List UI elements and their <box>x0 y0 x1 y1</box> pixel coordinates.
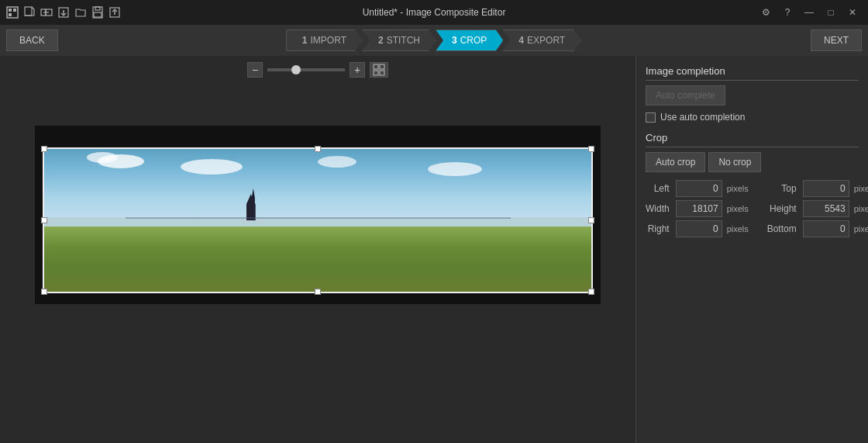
zoom-in-button[interactable]: + <box>350 62 365 78</box>
step-import-num: 1 <box>302 35 308 46</box>
no-crop-button[interactable]: No crop <box>708 152 761 172</box>
zoom-out-button[interactable]: − <box>247 62 263 78</box>
left-unit: pixels <box>725 184 764 193</box>
bottom-unit: pixels <box>852 224 868 234</box>
zoom-bar: − + <box>247 62 388 78</box>
svg-rect-4 <box>25 7 32 16</box>
bottom-label: Bottom <box>767 223 800 234</box>
left-label: Left <box>646 183 673 194</box>
mask-top <box>35 126 601 147</box>
svg-rect-16 <box>380 64 384 69</box>
stepbar: BACK 1 IMPORT 2 STITCH 3 CROP 4 EXPORT N… <box>0 25 868 56</box>
width-unit: pixels <box>725 204 764 213</box>
step-import-label: IMPORT <box>311 35 346 46</box>
step-stitch-label: STITCH <box>387 35 420 46</box>
svg-rect-18 <box>380 71 384 75</box>
use-auto-completion-checkbox[interactable] <box>646 112 656 123</box>
right-label: Right <box>646 223 673 234</box>
back-button[interactable]: BACK <box>6 29 58 51</box>
app-icon <box>6 6 19 19</box>
export-icon[interactable] <box>108 6 121 19</box>
width-input[interactable] <box>676 200 722 217</box>
right-unit: pixels <box>725 224 764 234</box>
crop-section: Crop Auto crop No crop Left pixels Top p… <box>646 132 859 237</box>
width-label: Width <box>646 203 673 214</box>
use-auto-completion-label: Use auto completion <box>660 112 745 123</box>
window-controls: ⚙ ? — □ ✕ <box>756 3 862 22</box>
mask-bottom <box>35 293 601 304</box>
settings-button[interactable]: ⚙ <box>756 3 775 22</box>
steps: 1 IMPORT 2 STITCH 3 CROP 4 EXPORT <box>287 29 581 51</box>
step-crop-num: 3 <box>452 35 457 46</box>
step-crop-label: CROP <box>460 35 487 46</box>
mask-right <box>593 147 601 293</box>
svg-rect-17 <box>374 71 378 75</box>
new-icon[interactable] <box>23 6 36 19</box>
save-icon[interactable] <box>91 6 104 19</box>
bottom-input[interactable] <box>803 220 849 237</box>
auto-complete-button[interactable]: Auto complete <box>646 85 725 106</box>
top-label: Top <box>767 183 800 194</box>
minimize-button[interactable]: — <box>800 3 818 22</box>
step-crop[interactable]: 3 CROP <box>436 29 503 51</box>
open-icon[interactable] <box>74 6 87 19</box>
auto-crop-button[interactable]: Auto crop <box>646 152 705 172</box>
help-button[interactable]: ? <box>778 3 797 22</box>
step-export-label: EXPORT <box>527 35 565 46</box>
titlebar-left <box>6 6 121 19</box>
window-title: Untitled* - Image Composite Editor <box>363 7 506 18</box>
height-unit: pixels <box>852 204 868 213</box>
crop-section-title: Crop <box>646 132 859 147</box>
crop-fields: Left pixels Top pixels Width pixels Heig… <box>646 180 859 237</box>
step-stitch[interactable]: 2 STITCH <box>362 29 436 51</box>
panorama-wrapper <box>35 126 601 304</box>
open-project-icon[interactable] <box>40 6 53 19</box>
step-import[interactable]: 1 IMPORT <box>286 29 363 51</box>
step-stitch-num: 2 <box>378 35 384 46</box>
right-panel: Image completion Auto complete Use auto … <box>636 56 868 443</box>
svg-rect-11 <box>95 7 100 10</box>
panorama-image <box>43 147 593 293</box>
height-label: Height <box>767 203 800 214</box>
svg-rect-2 <box>13 9 16 12</box>
use-auto-completion-row: Use auto completion <box>646 112 859 123</box>
maximize-button[interactable]: □ <box>822 3 840 22</box>
close-button[interactable]: ✕ <box>843 3 862 22</box>
image-completion-section: Image completion Auto complete Use auto … <box>646 65 859 123</box>
svg-rect-15 <box>374 64 378 69</box>
mask-left <box>35 147 43 293</box>
crop-buttons: Auto crop No crop <box>646 152 859 172</box>
svg-rect-12 <box>94 12 102 17</box>
next-button[interactable]: NEXT <box>811 29 862 51</box>
step-export[interactable]: 4 EXPORT <box>502 29 581 51</box>
canvas-area[interactable]: − + <box>0 56 636 443</box>
step-export-num: 4 <box>518 35 524 46</box>
right-input[interactable] <box>676 220 722 237</box>
zoom-slider[interactable] <box>267 68 345 71</box>
svg-rect-1 <box>9 9 12 12</box>
svg-rect-3 <box>9 13 12 16</box>
titlebar: Untitled* - Image Composite Editor ⚙ ? —… <box>0 0 868 25</box>
zoom-fit-button[interactable] <box>370 62 388 78</box>
height-input[interactable] <box>803 200 849 217</box>
import-icon[interactable] <box>57 6 70 19</box>
main-area: − + <box>0 56 868 443</box>
top-input[interactable] <box>803 180 849 197</box>
image-completion-title: Image completion <box>646 65 859 81</box>
left-input[interactable] <box>676 180 722 197</box>
top-unit: pixels <box>852 184 868 193</box>
